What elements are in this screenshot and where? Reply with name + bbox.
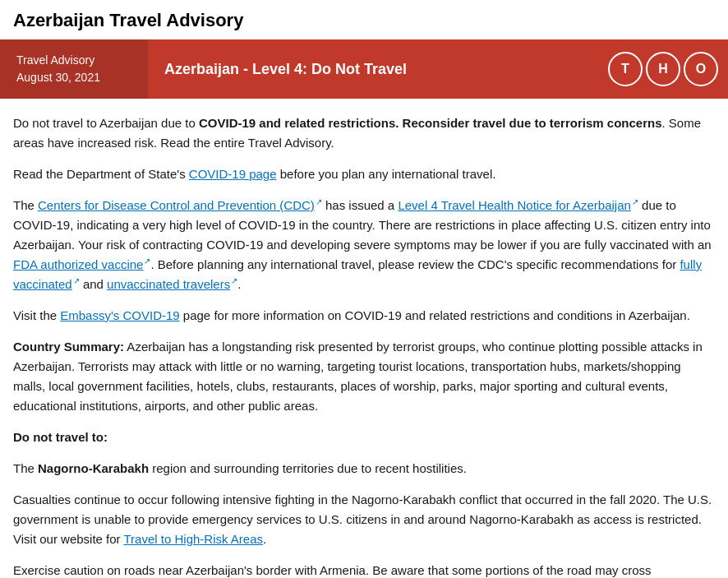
health-notice-link[interactable]: Level 4 Travel Health Notice for Azerbai… bbox=[398, 198, 638, 212]
nagorno-prefix: The bbox=[13, 461, 38, 475]
covid-link-suffix: before you plan any international travel… bbox=[277, 167, 496, 181]
advisory-date-block: Travel Advisory August 30, 2021 bbox=[0, 39, 148, 99]
advisory-level-block: Azerbaijan - Level 4: Do Not Travel bbox=[148, 39, 598, 99]
cdc-paragraph: The Centers for Disease Control and Prev… bbox=[13, 196, 715, 294]
country-summary-paragraph: Country Summary: Azerbaijan has a longst… bbox=[13, 337, 715, 416]
external-icon-5: ↗ bbox=[231, 275, 237, 288]
fda-vaccine-link[interactable]: FDA authorized vaccine↗ bbox=[13, 257, 150, 271]
content-area: Do not travel to Azerbaijan due to COVID… bbox=[0, 99, 728, 578]
cdc-prefix: The bbox=[13, 198, 38, 212]
advisory-label: Travel Advisory bbox=[16, 52, 131, 69]
casualties-end: . bbox=[263, 532, 266, 546]
advisory-banner: Travel Advisory August 30, 2021 Azerbaij… bbox=[0, 39, 728, 99]
casualties-paragraph: Casualties continue to occur following i… bbox=[13, 490, 715, 549]
casualties-text: Casualties continue to occur following i… bbox=[13, 492, 712, 546]
icon-o: O bbox=[684, 52, 718, 86]
intro-prefix: Do not travel to Azerbaijan due to bbox=[13, 116, 199, 130]
embassy-link[interactable]: Embassy's COVID-19 bbox=[60, 308, 179, 322]
icon-t: T bbox=[608, 52, 643, 86]
do-not-travel-label: Do not travel to: bbox=[13, 428, 715, 447]
cdc-mid1: has issued a bbox=[322, 198, 399, 212]
do-not-travel-heading: Do not travel to: bbox=[13, 428, 715, 447]
advisory-icons: T H O bbox=[598, 39, 728, 99]
page-title: Azerbaijan Travel Advisory bbox=[0, 0, 728, 39]
and-text: and bbox=[80, 277, 107, 291]
icon-h: H bbox=[646, 52, 680, 86]
external-icon-4: ↗ bbox=[73, 275, 80, 288]
cdc-end: . bbox=[237, 277, 241, 291]
embassy-suffix: page for more information on COVID-19 an… bbox=[180, 308, 690, 322]
intro-bold: COVID-19 and related restrictions. Recon… bbox=[199, 116, 662, 130]
advisory-level-text: Azerbaijan - Level 4: Do Not Travel bbox=[164, 61, 407, 78]
nagorno-suffix: region and surrounding territories due t… bbox=[149, 461, 467, 475]
advisory-date: August 30, 2021 bbox=[16, 69, 131, 86]
embassy-prefix: Visit the bbox=[13, 308, 60, 322]
covid-page-link[interactable]: COVID-19 page bbox=[189, 167, 277, 181]
cdc-link[interactable]: Centers for Disease Control and Preventi… bbox=[38, 198, 322, 212]
nagorno-name: Nagorno-Karabakh bbox=[38, 461, 149, 475]
unvaccinated-link[interactable]: unvaccinated travelers↗ bbox=[107, 277, 237, 291]
covid-link-prefix: Read the Department of State's bbox=[13, 167, 189, 181]
covid-page-paragraph: Read the Department of State's COVID-19 … bbox=[13, 164, 715, 184]
intro-paragraph: Do not travel to Azerbaijan due to COVID… bbox=[13, 113, 715, 153]
caution-paragraph: Exercise caution on roads near Azerbaija… bbox=[13, 561, 715, 578]
high-risk-areas-link[interactable]: Travel to High-Risk Areas bbox=[124, 532, 264, 546]
caution-text: Exercise caution on roads near Azerbaija… bbox=[13, 563, 652, 578]
country-summary-label: Country Summary: bbox=[13, 340, 124, 354]
external-icon-2: ↗ bbox=[632, 196, 638, 209]
embassy-paragraph: Visit the Embassy's COVID-19 page for mo… bbox=[13, 306, 715, 326]
cdc-mid3: . Before planning any international trav… bbox=[150, 257, 680, 271]
external-icon: ↗ bbox=[316, 196, 322, 209]
nagorno-paragraph: The Nagorno-Karabakh region and surround… bbox=[13, 459, 715, 479]
